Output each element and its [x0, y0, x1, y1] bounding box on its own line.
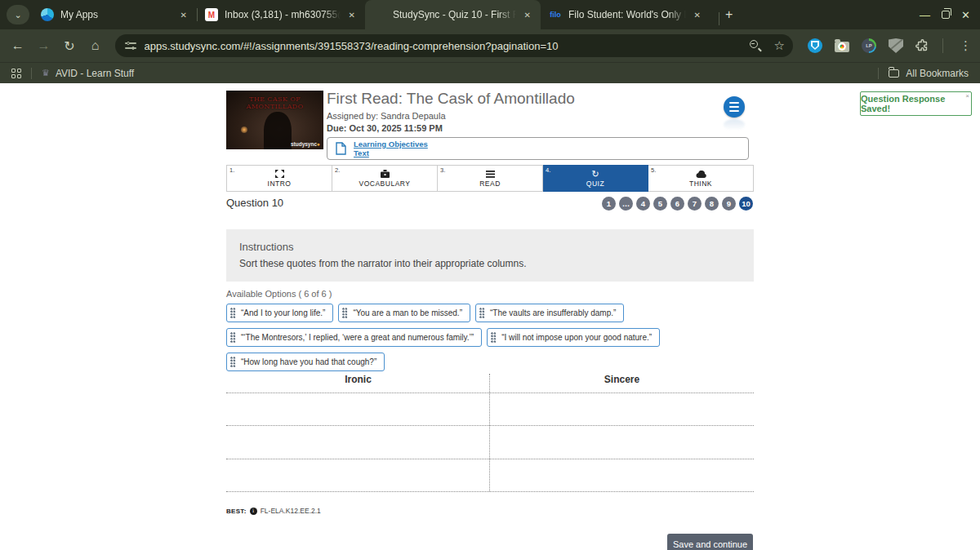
- option-text: “You are a man to be missed.”: [353, 308, 462, 317]
- due-date: Due: Oct 30, 2025 11:59 PM: [327, 123, 443, 133]
- zoom-out-icon[interactable]: [750, 40, 761, 51]
- step-nav: 1.INTRO2.VOCABULARY3.READ4.↻QUIZ5.THINK: [226, 165, 754, 192]
- drag-handle-icon[interactable]: [491, 332, 497, 343]
- home-icon[interactable]: ⌂: [82, 38, 109, 53]
- option-chip[interactable]: “And I to your long life.”: [226, 304, 333, 322]
- learning-objectives-link[interactable]: Learning Objectives: [354, 140, 428, 149]
- lines-icon: [486, 170, 495, 179]
- page-circle-5[interactable]: 5: [653, 197, 667, 211]
- table-line: [226, 425, 754, 426]
- url-bar[interactable]: apps.studysync.com/#!/assignments/391558…: [115, 34, 794, 57]
- document-icon: [336, 142, 346, 155]
- instructions-panel: Instructions Sort these quotes from the …: [226, 229, 754, 282]
- all-bookmarks-label: All Bookmarks: [906, 68, 969, 79]
- tab-title: StudySync - Quiz 10 - First Rea: [393, 9, 516, 20]
- drag-handle-icon[interactable]: [230, 332, 236, 343]
- page-circle-10[interactable]: 10: [739, 197, 753, 211]
- gmail-favicon-icon: M: [205, 8, 218, 21]
- cover-title: The Cask of Amontillado: [226, 91, 323, 110]
- option-chip[interactable]: “‘The Montresors,’ I replied, ‘were a gr…: [226, 328, 482, 347]
- browser-tab[interactable]: StudySync - Quiz 10 - First Rea✕: [365, 0, 541, 29]
- bookmark-item-avid[interactable]: ♛ AVID - Learn Stuff: [42, 68, 134, 79]
- cover-brand: studysync●: [291, 141, 320, 147]
- drag-handle-icon[interactable]: [230, 357, 236, 367]
- tab-title: Inbox (3,181) - mh630755@he: [225, 9, 341, 20]
- option-chip[interactable]: “I will not impose upon your good nature…: [487, 328, 660, 347]
- bookmark-star-icon[interactable]: ☆: [774, 38, 785, 53]
- step-label: VOCABULARY: [359, 180, 411, 188]
- minimize-icon[interactable]: —: [920, 9, 930, 21]
- site-settings-icon[interactable]: [125, 41, 136, 51]
- step-number: 5.: [651, 166, 656, 174]
- text-link[interactable]: Text: [354, 149, 428, 157]
- filo-favicon-icon: filo: [549, 8, 562, 21]
- assignment-title: First Read: The Cask of Amontillado: [327, 90, 575, 108]
- save-and-continue-button[interactable]: Save and continue: [667, 534, 753, 550]
- sort-table[interactable]: Ironic Sincere: [226, 374, 754, 493]
- drag-handle-icon[interactable]: [479, 308, 485, 318]
- step-label: THINK: [689, 180, 712, 188]
- apps-grid-icon[interactable]: [11, 69, 21, 78]
- option-chip[interactable]: “You are a man to be missed.”: [338, 304, 470, 322]
- extension-shield-blue-icon[interactable]: [808, 38, 822, 53]
- step-number: 1.: [229, 166, 234, 174]
- tab-strip-tabs: My Apps✕MInbox (3,181) - mh630755@he✕Stu…: [33, 0, 710, 29]
- close-window-icon[interactable]: ✕: [961, 9, 970, 21]
- toast-close-icon[interactable]: ×: [965, 92, 969, 100]
- browser-tab[interactable]: filoFilo Student: World's Only Live✕: [541, 0, 710, 29]
- standard-line: BEST: i FL-ELA.K12.EE.2.1: [226, 507, 321, 515]
- table-line: [226, 393, 754, 393]
- tab-close-icon[interactable]: ✕: [177, 9, 190, 21]
- browser-tab[interactable]: My Apps✕: [33, 0, 197, 29]
- drag-handle-icon[interactable]: [230, 308, 236, 318]
- step-tab-quiz[interactable]: 4.↻QUIZ: [543, 165, 648, 192]
- extension-shield-gray-icon[interactable]: [889, 38, 903, 53]
- toast-question-saved: Question Response Saved! ×: [860, 91, 972, 116]
- toast-message: Question Response Saved!: [861, 94, 971, 113]
- step-tab-think[interactable]: 5.THINK: [648, 165, 754, 192]
- tab-title: My Apps: [60, 9, 172, 20]
- page-circle-4[interactable]: 4: [636, 197, 650, 211]
- instructions-text: Sort these quotes from the narrator into…: [239, 258, 741, 269]
- step-tab-intro[interactable]: 1.INTRO: [226, 165, 332, 192]
- extension-lp-icon[interactable]: [862, 38, 876, 53]
- available-options-label: Available Options ( 6 of 6 ): [226, 289, 332, 299]
- option-text: “I will not impose upon your good nature…: [501, 333, 652, 342]
- option-chip[interactable]: “How long have you had that cough?”: [226, 353, 385, 371]
- question-pagination: 1…45678910: [602, 197, 753, 211]
- browser-menu-icon[interactable]: ⋮: [951, 38, 980, 53]
- url-text[interactable]: apps.studysync.com/#!/assignments/391558…: [145, 40, 742, 52]
- reload-icon[interactable]: ↻: [56, 38, 82, 54]
- option-text: “The vaults are insufferably damp.”: [490, 308, 616, 317]
- new-tab-button[interactable]: +: [719, 6, 739, 24]
- option-text: “And I to your long life.”: [241, 308, 325, 317]
- page-circle-8[interactable]: 8: [705, 197, 719, 211]
- tab-close-icon[interactable]: ✕: [345, 9, 359, 21]
- assignment-menu-icon[interactable]: [724, 96, 745, 118]
- restore-icon[interactable]: [942, 11, 950, 19]
- back-icon[interactable]: ←: [5, 38, 31, 53]
- extensions-puzzle-icon[interactable]: [915, 39, 929, 53]
- cloud-icon: [696, 170, 706, 179]
- bookmarks-bar: ♛ AVID - Learn Stuff All Bookmarks: [0, 62, 980, 83]
- page-circle-9[interactable]: 9: [722, 197, 736, 211]
- crown-favicon-icon: ♛: [42, 68, 50, 78]
- browser-tab[interactable]: MInbox (3,181) - mh630755@he✕: [197, 0, 365, 29]
- question-heading: Question 10: [226, 197, 283, 209]
- extension-folder-icon[interactable]: [835, 42, 849, 52]
- page-circle-1[interactable]: 1: [602, 197, 616, 211]
- info-icon[interactable]: i: [250, 508, 257, 515]
- studysync-page: The Cask of Amontillado studysync● First…: [0, 83, 980, 550]
- page-circle-7[interactable]: 7: [688, 197, 702, 211]
- tab-close-icon[interactable]: ✕: [521, 9, 534, 21]
- page-ellipsis[interactable]: …: [619, 197, 633, 211]
- tab-search-chevron-icon[interactable]: ⌄: [7, 5, 29, 24]
- tab-close-icon[interactable]: ✕: [691, 9, 704, 21]
- forward-icon[interactable]: →: [31, 38, 57, 53]
- drag-handle-icon[interactable]: [342, 308, 348, 318]
- step-tab-vocabulary[interactable]: 2.VOCABULARY: [332, 165, 438, 192]
- step-tab-read[interactable]: 3.READ: [438, 165, 543, 192]
- option-chip[interactable]: “The vaults are insufferably damp.”: [475, 304, 624, 322]
- all-bookmarks-button[interactable]: All Bookmarks: [878, 68, 980, 79]
- page-circle-6[interactable]: 6: [670, 197, 684, 211]
